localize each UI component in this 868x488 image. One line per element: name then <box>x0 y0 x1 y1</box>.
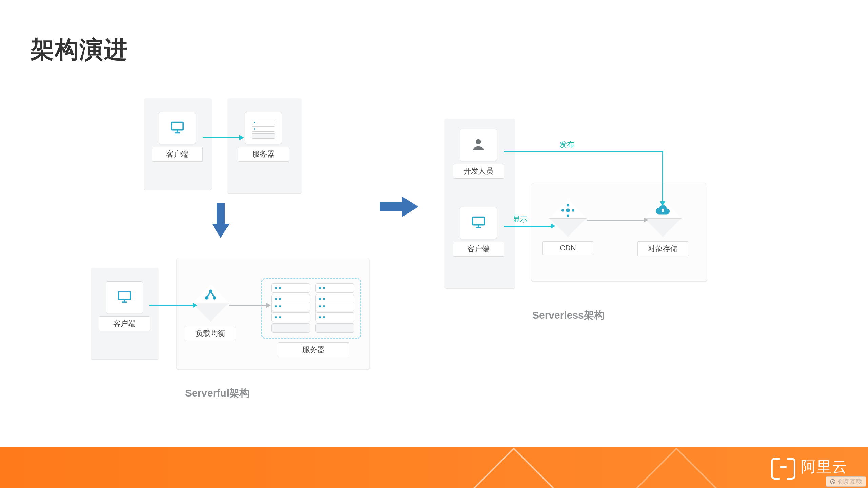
svg-rect-10 <box>473 217 485 225</box>
loadbalancer-icon <box>203 287 218 304</box>
caption-serverless: Serverless架构 <box>532 308 604 322</box>
svg-rect-3 <box>119 291 131 299</box>
watermark-text: 创新互联 <box>838 477 862 486</box>
monitor-icon <box>471 215 486 231</box>
label-server-1: 服务器 <box>238 147 289 162</box>
arrowhead-1 <box>239 135 244 140</box>
arrowhead-client-cdn <box>551 223 555 229</box>
watermark: 创新互联 <box>826 476 866 487</box>
node-cdn <box>549 200 587 237</box>
server-stack-d <box>315 302 354 334</box>
page-title: 架构演进 <box>31 34 128 66</box>
slide: 架构演进 客户端 服务器 客户端 <box>0 0 868 488</box>
label-client-2: 客户端 <box>99 316 150 331</box>
brand-logo: 阿里云 <box>771 457 848 477</box>
edge-dev-v <box>662 151 663 202</box>
footer-rhombus-1 <box>468 448 559 488</box>
label-lb: 负载均衡 <box>185 326 236 341</box>
node-dev: 开发人员 <box>453 129 504 179</box>
edge-lb-servers <box>229 305 267 306</box>
node-client-2: 客户端 <box>99 281 150 331</box>
monitor-icon <box>170 120 185 137</box>
svg-point-17 <box>567 215 569 217</box>
edge-label-display: 显示 <box>513 214 528 224</box>
label-dev: 开发人员 <box>453 164 504 179</box>
node-client-1: 客户端 <box>152 112 203 162</box>
arrowhead-client-lb <box>193 303 197 308</box>
server-stack-c <box>271 302 310 334</box>
label-client-1: 客户端 <box>152 147 203 162</box>
svg-point-15 <box>572 209 575 212</box>
arrowhead-cdn-storage <box>644 217 648 223</box>
svg-point-13 <box>566 208 570 212</box>
svg-point-9 <box>476 139 481 144</box>
edge-client-lb <box>149 305 193 306</box>
arrowhead-lb-servers <box>266 303 271 308</box>
node-lb <box>192 285 229 322</box>
label-storage: 对象存储 <box>637 241 688 256</box>
node-client-3: 客户端 <box>453 207 504 257</box>
cdn-icon <box>560 203 576 220</box>
monitor-icon <box>117 289 132 306</box>
brand-text: 阿里云 <box>801 457 848 477</box>
edge-label-publish: 发布 <box>559 140 574 150</box>
edge-cdn-storage <box>587 220 644 221</box>
label-servers: 服务器 <box>278 342 349 357</box>
label-cdn: CDN <box>542 241 593 255</box>
transition-arrow-down <box>212 203 230 241</box>
label-client-3: 客户端 <box>453 242 504 257</box>
svg-point-14 <box>561 209 564 212</box>
footer: 阿里云 <box>0 447 868 488</box>
edge-client-cdn <box>504 226 551 227</box>
edge-client-server-1 <box>203 137 240 138</box>
edge-dev-h <box>504 151 663 152</box>
user-icon <box>471 137 486 154</box>
svg-point-16 <box>567 204 569 207</box>
footer-rhombus-2 <box>631 448 722 488</box>
brand-bracket-icon <box>771 458 795 476</box>
node-server-1: 服务器 <box>238 112 289 162</box>
svg-rect-0 <box>172 122 183 130</box>
arrowhead-dev-storage <box>660 201 665 206</box>
transition-arrow-right <box>380 197 420 217</box>
caption-serverful: Serverful架构 <box>185 386 250 400</box>
